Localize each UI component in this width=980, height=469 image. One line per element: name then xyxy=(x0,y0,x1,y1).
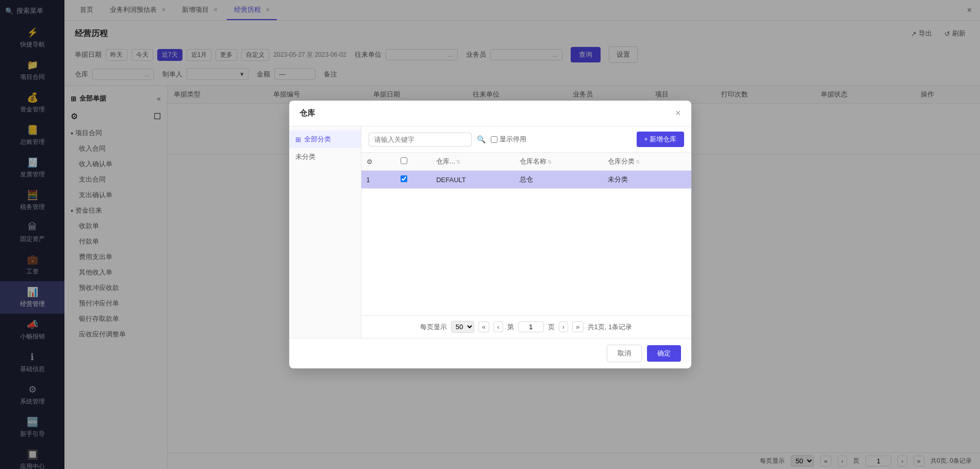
modal-close-btn[interactable]: × xyxy=(675,108,681,119)
modal-left-scroll: 未分类 xyxy=(289,148,361,334)
modal-header: 仓库 × xyxy=(289,101,691,126)
modal-page-suffix: 页 xyxy=(548,322,555,332)
modal-th-checkbox xyxy=(395,153,431,171)
modal-table-wrapper: ⚙ 仓库...⇅ 仓库名称⇅ 仓库分类⇅ 1 DEFAULT xyxy=(361,153,691,315)
modal-first-btn[interactable]: « xyxy=(478,321,489,332)
modal-select-all-checkbox[interactable] xyxy=(401,157,407,164)
modal-search-row: 🔍 显示停用 xyxy=(369,133,526,147)
modal-search-icon[interactable]: 🔍 xyxy=(477,135,486,143)
modal-left-uncategorized-label: 未分类 xyxy=(295,152,315,161)
modal-confirm-btn[interactable]: 确定 xyxy=(647,345,681,362)
modal-last-btn[interactable]: » xyxy=(572,321,583,332)
modal-th-gear: ⚙ xyxy=(361,153,396,171)
modal-th-code: 仓库...⇅ xyxy=(431,153,514,171)
modal-per-page-label: 每页显示 xyxy=(420,322,447,332)
modal-cancel-btn[interactable]: 取消 xyxy=(607,345,642,362)
modal-footer: 取消 确定 xyxy=(289,338,691,368)
modal-show-disabled-label[interactable]: 显示停用 xyxy=(491,135,526,144)
modal-left-uncategorized[interactable]: 未分类 xyxy=(289,148,361,166)
modal-show-disabled-checkbox[interactable] xyxy=(491,136,497,143)
modal-table-header-row: ⚙ 仓库...⇅ 仓库名称⇅ 仓库分类⇅ xyxy=(361,153,691,171)
modal-left-all-categories[interactable]: ⊞ 全部分类 xyxy=(289,131,361,148)
modal-right-panel: 🔍 显示停用 + 新增仓库 ⚙ xyxy=(361,126,691,338)
modal-th-category: 仓库分类⇅ xyxy=(603,153,691,171)
modal-row-index: 1 xyxy=(361,171,396,189)
modal-left-panel: ⊞ 全部分类 未分类 xyxy=(289,126,361,338)
modal-body: ⊞ 全部分类 未分类 🔍 xyxy=(289,126,691,338)
modal-toolbar: 🔍 显示停用 + 新增仓库 xyxy=(361,126,691,153)
modal-row-checkbox-cell xyxy=(395,171,431,189)
modal-table: ⚙ 仓库...⇅ 仓库名称⇅ 仓库分类⇅ 1 DEFAULT xyxy=(361,153,691,189)
warehouse-modal: 仓库 × ⊞ 全部分类 未分类 xyxy=(289,101,691,368)
add-warehouse-btn[interactable]: + 新增仓库 xyxy=(637,132,684,147)
grid-icon: ⊞ xyxy=(295,136,301,143)
modal-total-label: 共1页, 1条记录 xyxy=(588,322,633,332)
modal-per-page-select[interactable]: 50 xyxy=(451,321,474,333)
modal-prev-btn[interactable]: ‹ xyxy=(493,321,503,332)
modal-page-input[interactable] xyxy=(518,321,544,332)
modal-overlay: 仓库 × ⊞ 全部分类 未分类 xyxy=(0,0,980,469)
modal-show-disabled-text: 显示停用 xyxy=(500,135,526,144)
modal-row-checkbox[interactable] xyxy=(401,175,407,182)
modal-search-input[interactable] xyxy=(369,133,472,147)
modal-row-name: 总仓 xyxy=(514,171,603,189)
modal-title: 仓库 xyxy=(300,108,315,118)
modal-row-category: 未分类 xyxy=(603,171,691,189)
modal-left-all-label: 全部分类 xyxy=(304,135,331,144)
modal-th-name: 仓库名称⇅ xyxy=(514,153,603,171)
modal-pagination: 每页显示 50 « ‹ 第 页 › » 共1页, 1条记录 xyxy=(361,315,691,338)
modal-table-row[interactable]: 1 DEFAULT 总仓 未分类 xyxy=(361,171,691,189)
modal-page-label: 第 xyxy=(507,322,514,332)
modal-row-code: DEFAULT xyxy=(431,171,514,189)
modal-next-btn[interactable]: › xyxy=(559,321,568,332)
